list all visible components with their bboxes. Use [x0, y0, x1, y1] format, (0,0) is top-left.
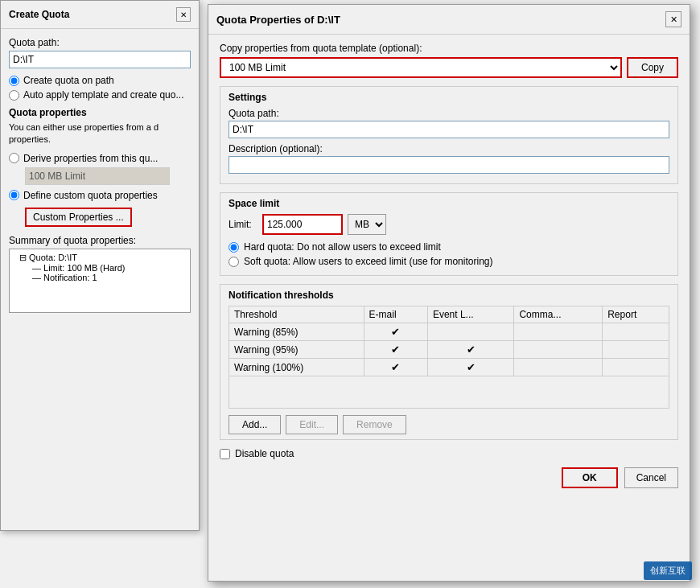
threshold-100: Warning (100%)	[229, 359, 364, 376]
create-quota-titlebar: Create Quota ✕	[1, 1, 199, 29]
derive-radio[interactable]	[9, 153, 19, 163]
create-quota-on-path-label: Create quota on path	[23, 75, 114, 86]
watermark: 创新互联	[644, 561, 692, 580]
derive-properties-option[interactable]: Derive properties from this qu...	[9, 153, 191, 164]
create-quota-close-button[interactable]: ✕	[176, 7, 191, 22]
col-report: Report	[603, 306, 669, 323]
create-quota-title: Create Quota	[9, 9, 69, 20]
table-row[interactable]: Warning (85%) ✔	[229, 323, 669, 341]
cancel-button[interactable]: Cancel	[624, 467, 678, 488]
quota-properties-dialog: Quota Properties of D:\IT ✕ Copy propert…	[208, 4, 690, 582]
ok-button[interactable]: OK	[562, 467, 618, 488]
hard-quota-option[interactable]: Hard quota: Do not allow users to exceed…	[229, 241, 669, 253]
quota-props-body: Copy properties from quota template (opt…	[208, 35, 690, 496]
settings-desc-row: Description (optional):	[229, 143, 669, 174]
settings-desc-label: Description (optional):	[229, 143, 669, 154]
disable-quota-label: Disable quota	[235, 448, 294, 459]
limit-value-input[interactable]	[262, 214, 343, 235]
summary-label: Summary of quota properties:	[9, 235, 191, 246]
email-95: ✔	[364, 341, 427, 359]
tree-item-notification: — Notification: 1	[13, 273, 187, 282]
tree-item-quota: ⊟ Quota: D:\IT	[13, 253, 187, 263]
settings-group: Settings Quota path: Description (option…	[220, 86, 678, 184]
quota-tree-view: ⊟ Quota: D:\IT — Limit: 100 MB (Hard) — …	[9, 249, 191, 313]
space-limit-title: Space limit	[229, 198, 669, 209]
define-custom-radio[interactable]	[9, 190, 19, 200]
quota-props-title: Quota Properties of D:\IT	[216, 14, 340, 26]
remove-button[interactable]: Remove	[343, 415, 406, 434]
copy-button[interactable]: Copy	[627, 57, 678, 78]
settings-legend: Settings	[229, 92, 669, 103]
quota-type-group: Hard quota: Do not allow users to exceed…	[229, 241, 669, 267]
notification-buttons: Add... Edit... Remove	[229, 415, 669, 434]
command-95	[514, 341, 603, 359]
settings-quota-path-input	[229, 121, 669, 138]
quota-path-input[interactable]	[9, 51, 191, 68]
copy-label: Copy properties from quota template (opt…	[220, 43, 678, 54]
derive-input	[25, 167, 170, 185]
tree-item-limit: — Limit: 100 MB (Hard)	[13, 263, 187, 273]
quota-properties-section-label: Quota properties	[9, 107, 191, 118]
settings-quota-path-label: Quota path:	[229, 108, 669, 119]
quota-path-row: Quota path:	[9, 37, 191, 68]
table-row[interactable]: Warning (100%) ✔ ✔	[229, 359, 669, 376]
disable-quota-row: Disable quota	[220, 448, 678, 459]
report-100	[603, 359, 669, 376]
table-row[interactable]: Warning (95%) ✔ ✔	[229, 341, 669, 359]
ok-cancel-row: OK Cancel	[220, 467, 678, 488]
command-100	[514, 359, 603, 376]
custom-properties-button[interactable]: Custom Properties ...	[25, 208, 132, 227]
quota-props-titlebar: Quota Properties of D:\IT ✕	[208, 5, 690, 35]
quota-type-radio-group: Create quota on path Auto apply template…	[9, 75, 191, 101]
hard-quota-radio[interactable]	[229, 242, 239, 253]
create-quota-on-path-option[interactable]: Create quota on path	[9, 75, 191, 86]
space-limit-section: Space limit Limit: KB MB GB TB Hard quot…	[220, 192, 678, 276]
auto-apply-template-option[interactable]: Auto apply template and create quo...	[9, 89, 191, 101]
settings-quota-path-row: Quota path:	[229, 108, 669, 138]
table-row-empty	[229, 376, 669, 409]
derive-label: Derive properties from this qu...	[23, 153, 158, 164]
define-custom-option[interactable]: Define custom quota properties	[9, 190, 191, 201]
soft-quota-radio[interactable]	[229, 257, 239, 267]
define-custom-label: Define custom quota properties	[23, 190, 158, 201]
col-command: Comma...	[514, 306, 603, 323]
notification-title: Notification thresholds	[229, 290, 669, 301]
soft-quota-option[interactable]: Soft quota: Allow users to exceed limit …	[229, 256, 669, 267]
quota-path-label: Quota path:	[9, 37, 191, 48]
limit-row: Limit: KB MB GB TB	[229, 214, 669, 235]
add-button[interactable]: Add...	[229, 415, 281, 434]
create-quota-dialog: Create Quota ✕ Quota path: Create quota …	[0, 0, 200, 531]
notification-table: Threshold E-mail Event L... Comma... Rep…	[229, 306, 669, 409]
notification-section: Notification thresholds Threshold E-mail…	[220, 284, 678, 440]
limit-unit-select[interactable]: KB MB GB TB	[348, 214, 386, 235]
create-quota-body: Quota path: Create quota on path Auto ap…	[1, 29, 199, 321]
eventlog-85	[427, 323, 514, 341]
soft-quota-label: Soft quota: Allow users to exceed limit …	[244, 256, 492, 267]
hard-quota-label: Hard quota: Do not allow users to exceed…	[244, 241, 441, 253]
col-event-log: Event L...	[427, 306, 514, 323]
col-email: E-mail	[364, 306, 427, 323]
disable-quota-checkbox[interactable]	[220, 449, 230, 459]
report-95	[603, 341, 669, 359]
quota-props-close-button[interactable]: ✕	[665, 11, 681, 27]
create-quota-radio[interactable]	[9, 76, 19, 86]
report-85	[603, 323, 669, 341]
copy-section: Copy properties from quota template (opt…	[220, 43, 678, 78]
col-threshold: Threshold	[229, 306, 364, 323]
notification-table-header: Threshold E-mail Event L... Comma... Rep…	[229, 306, 669, 323]
auto-apply-label: Auto apply template and create quo...	[23, 89, 183, 101]
email-100: ✔	[364, 359, 427, 376]
copy-template-select[interactable]: 100 MB Limit	[220, 57, 622, 78]
summary-section: Summary of quota properties: ⊟ Quota: D:…	[9, 235, 191, 313]
threshold-85: Warning (85%)	[229, 323, 364, 341]
limit-label: Limit:	[229, 219, 257, 230]
eventlog-95: ✔	[427, 341, 514, 359]
eventlog-100: ✔	[427, 359, 514, 376]
quota-properties-desc: You can either use properties from a d p…	[9, 121, 191, 146]
auto-apply-radio[interactable]	[9, 90, 19, 101]
edit-button[interactable]: Edit...	[286, 415, 338, 434]
email-85: ✔	[364, 323, 427, 341]
copy-row: 100 MB Limit Copy	[220, 57, 678, 78]
settings-desc-input[interactable]	[229, 156, 669, 174]
command-85	[514, 323, 603, 341]
